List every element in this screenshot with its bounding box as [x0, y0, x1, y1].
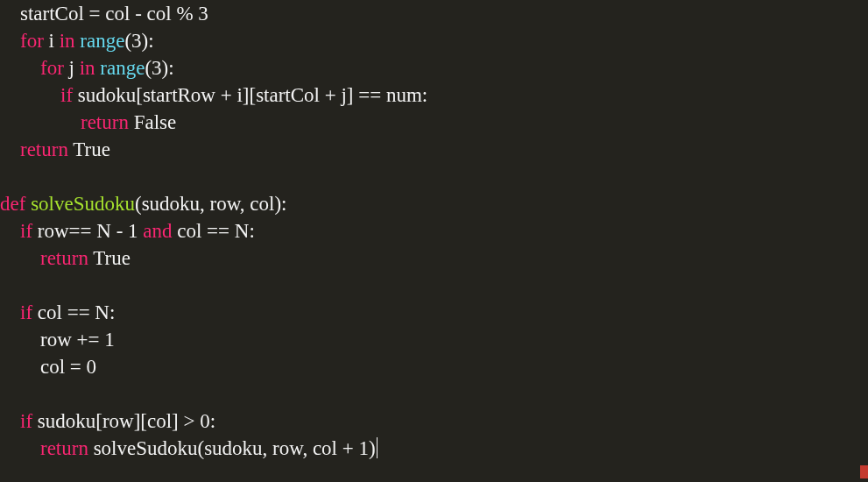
code-line[interactable]: return True — [0, 138, 110, 160]
code-token-text: col = 0 — [0, 356, 96, 378]
code-token-text: sudoku[row][col] > 0: — [32, 410, 215, 432]
text-cursor — [377, 437, 378, 458]
code-token-text — [0, 220, 20, 242]
code-token-text: startCol = col - col % 3 — [0, 3, 208, 25]
code-token-text: col == N: — [173, 220, 255, 242]
code-line[interactable]: return solveSudoku(sudoku, row, col + 1) — [0, 437, 378, 459]
error-marker — [860, 465, 868, 478]
code-token-kw: if — [20, 410, 32, 432]
code-token-fn: solveSudoku — [31, 193, 135, 215]
code-token-text: sudoku[startRow + i][startCol + j] == nu… — [73, 84, 427, 106]
code-token-text: row== N - 1 — [32, 220, 143, 242]
code-token-text: (3): — [145, 57, 173, 79]
code-token-kw: return — [40, 247, 88, 269]
code-token-text: True — [68, 138, 110, 160]
code-line[interactable]: row += 1 — [0, 329, 115, 351]
code-token-text: False — [129, 111, 176, 133]
code-token-text — [0, 57, 40, 79]
code-token-kw: for — [40, 57, 64, 79]
code-token-kw: def — [0, 193, 25, 215]
code-line[interactable]: if row== N - 1 and col == N: — [0, 220, 255, 242]
code-token-text: row += 1 — [0, 329, 115, 351]
code-token-text: (3): — [124, 30, 153, 52]
code-token-text — [0, 30, 20, 52]
code-token-text — [0, 301, 20, 323]
code-token-text — [0, 111, 81, 133]
code-line[interactable]: for i in range(3): — [0, 30, 154, 52]
code-token-kw: for — [20, 30, 44, 52]
code-token-text — [0, 84, 60, 106]
code-token-text: True — [88, 247, 131, 269]
code-token-kw: if — [20, 301, 32, 323]
code-line[interactable]: if sudoku[startRow + i][startCol + j] ==… — [0, 84, 427, 106]
editor-viewport: startCol = col - col % 3 for i in range(… — [0, 0, 868, 482]
code-token-kw: if — [60, 84, 73, 106]
code-token-text: (sudoku, row, col): — [135, 193, 287, 215]
code-token-text — [0, 410, 20, 432]
code-line[interactable]: startCol = col - col % 3 — [0, 3, 208, 25]
code-token-text: solveSudoku(sudoku, row, col + 1) — [88, 437, 376, 459]
code-token-kw: return — [81, 111, 129, 133]
code-token-text — [0, 247, 40, 269]
code-token-kw: return — [40, 437, 88, 459]
code-token-text: col == N: — [32, 301, 115, 323]
code-line[interactable]: def solveSudoku(sudoku, row, col): — [0, 193, 287, 215]
code-line[interactable]: return False — [0, 111, 176, 133]
code-line[interactable]: for j in range(3): — [0, 57, 174, 79]
code-token-kw: return — [20, 138, 68, 160]
code-line[interactable]: if sudoku[row][col] > 0: — [0, 410, 215, 432]
code-line[interactable]: return True — [0, 247, 131, 269]
code-token-text: j — [64, 57, 80, 79]
code-line[interactable]: if col == N: — [0, 301, 115, 323]
code-line[interactable]: col = 0 — [0, 356, 96, 378]
code-token-text — [0, 138, 20, 160]
code-token-kw: in — [80, 57, 95, 79]
code-token-call: range — [100, 57, 145, 79]
code-area[interactable]: startCol = col - col % 3 for i in range(… — [0, 0, 868, 462]
code-token-call: range — [80, 30, 124, 52]
code-token-kw: and — [143, 220, 172, 242]
code-token-kw: in — [60, 30, 75, 52]
code-token-text: i — [44, 30, 60, 52]
code-token-text — [0, 437, 40, 459]
code-token-kw: if — [20, 220, 32, 242]
